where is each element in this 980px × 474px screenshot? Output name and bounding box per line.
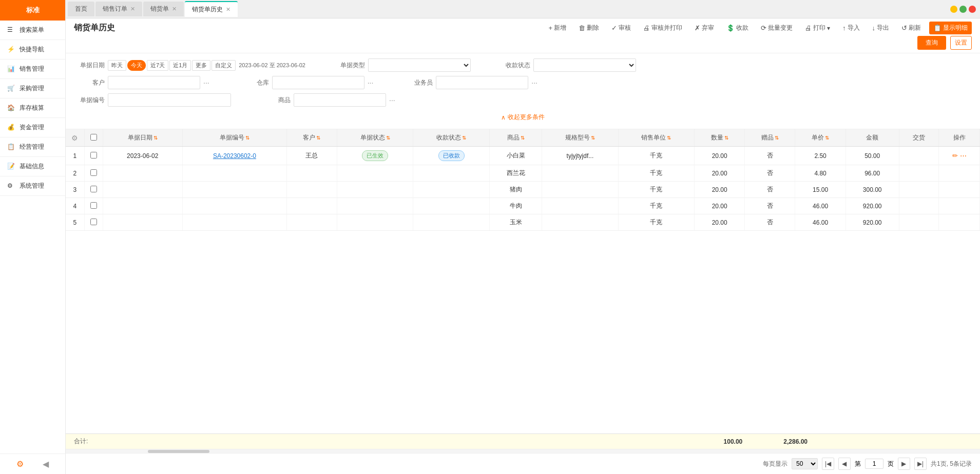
goods-picker-icon[interactable]: ··· — [389, 96, 395, 104]
th-collect-status[interactable]: 收款状态 ⇅ — [413, 129, 489, 147]
window-maximize[interactable] — [959, 6, 967, 13]
date-btn-yesterday[interactable]: 昨天 — [108, 60, 126, 71]
row-trade-5 — [899, 214, 938, 231]
tab-home[interactable]: 首页 — [68, 2, 94, 16]
date-btn-7days[interactable]: 近7天 — [147, 60, 168, 71]
tab-sales-order-close[interactable]: ✕ — [130, 6, 135, 12]
gift-sort-icon: ⇅ — [775, 135, 779, 141]
print-dropdown-icon: ▾ — [827, 25, 830, 32]
sidebar-item-sales-mgmt[interactable]: 📊 销售管理 — [0, 60, 65, 79]
sidebar-item-quick-nav[interactable]: ⚡ 快捷导航 — [0, 40, 65, 60]
sidebar-item-operations[interactable]: 📋 经营管理 — [0, 137, 65, 157]
select-all-checkbox[interactable] — [90, 134, 97, 141]
row-unit-4: 千克 — [618, 198, 694, 214]
refresh-button[interactable]: ↺ 刷新 — [897, 22, 925, 34]
sidebar-bottom: ⚙ ◀ — [0, 453, 65, 474]
warehouse-input[interactable] — [272, 76, 364, 89]
sidebar-item-finance[interactable]: 💰 资金管理 — [0, 118, 65, 137]
row-docnum-1[interactable]: SA-20230602-0 — [182, 147, 286, 165]
first-page-button[interactable]: |◀ — [822, 458, 834, 470]
audit-button[interactable]: ✓ 审核 — [607, 22, 635, 34]
doc-type-select[interactable] — [368, 58, 471, 72]
tab-sales-history[interactable]: 销货单历史 ✕ — [185, 1, 238, 17]
row-checkbox-4[interactable] — [84, 198, 103, 214]
row-2-checkbox[interactable] — [90, 169, 97, 176]
goods-input[interactable] — [294, 93, 386, 107]
th-sales-unit[interactable]: 销售单位 ⇅ — [618, 129, 694, 147]
th-doc-number[interactable]: 单据编号 ⇅ — [182, 129, 286, 147]
doc-number-input[interactable] — [108, 93, 231, 107]
row-checkbox-1[interactable] — [84, 147, 103, 165]
tab-sales-delivery-close[interactable]: ✕ — [172, 6, 177, 12]
batch-change-button[interactable]: ⟳ 批量变更 — [757, 22, 797, 34]
row-checkbox-3[interactable] — [84, 182, 103, 198]
tab-sales-history-close[interactable]: ✕ — [226, 6, 230, 13]
th-settings[interactable]: ⚙ — [66, 129, 84, 147]
date-btn-custom[interactable]: 自定义 — [212, 60, 236, 71]
show-detail-button[interactable]: 📋 显示明细 — [929, 22, 972, 34]
row-goods-5: 玉米 — [489, 214, 542, 231]
sidebar-item-base-info[interactable]: 📝 基础信息 — [0, 157, 65, 176]
doc-number-link-1[interactable]: SA-20230602-0 — [213, 152, 256, 160]
table-row: 2 西兰花 千克 20.00 否 4.80 96.00 — [66, 165, 980, 182]
window-minimize[interactable] — [950, 6, 957, 13]
collect-button[interactable]: 💲 收款 — [722, 22, 753, 34]
salesperson-input[interactable] — [436, 76, 528, 89]
edit-btn-1[interactable]: ✏ — [952, 152, 958, 160]
row-4-checkbox[interactable] — [90, 202, 97, 209]
tab-sales-delivery[interactable]: 销货单 ✕ — [143, 2, 184, 16]
row-price-3: 15.00 — [795, 182, 846, 198]
date-btn-more[interactable]: 更多 — [192, 60, 210, 71]
row-docstatus-1: 已生效 — [337, 147, 413, 165]
sidebar-item-sys-mgmt[interactable]: ⚙ 系统管理 — [0, 176, 65, 196]
last-page-button[interactable]: ▶| — [914, 458, 927, 470]
th-unit-price[interactable]: 单价 ⇅ — [795, 129, 846, 147]
th-spec[interactable]: 规格型号 ⇅ — [542, 129, 618, 147]
horizontal-scrollbar[interactable] — [66, 449, 980, 453]
row-checkbox-5[interactable] — [84, 214, 103, 231]
column-settings-icon[interactable]: ⚙ — [71, 134, 78, 142]
print-button[interactable]: 🖨 打印 ▾ — [801, 22, 834, 34]
export-button[interactable]: ↓ 导出 — [868, 22, 894, 34]
next-page-button[interactable]: ▶ — [898, 458, 910, 470]
warehouse-picker-icon[interactable]: ··· — [368, 78, 374, 87]
prev-page-button[interactable]: ◀ — [838, 458, 851, 470]
sidebar-item-purchase-mgmt[interactable]: 🛒 采购管理 — [0, 79, 65, 98]
sidebar-item-search-menu[interactable]: ☰ 搜索菜单 — [0, 21, 65, 40]
th-customer[interactable]: 客户 ⇅ — [286, 129, 337, 147]
collect-status-select[interactable] — [533, 58, 636, 72]
total-info: 共1页, 5条记录 — [931, 460, 972, 468]
export-label: 导出 — [877, 24, 889, 32]
date-btn-today[interactable]: 今天 — [127, 60, 146, 71]
audit-print-button[interactable]: 🖨 审核并打印 — [639, 22, 686, 34]
page-number-input[interactable] — [865, 459, 883, 469]
collapse-button[interactable]: ∧ 收起更多条件 — [74, 111, 972, 124]
th-doc-date[interactable]: 单据日期 ⇅ — [103, 129, 182, 147]
doc-type-label: 单据类型 — [334, 61, 365, 70]
sidebar-settings-icon[interactable]: ⚙ — [16, 459, 24, 469]
new-button[interactable]: + 新增 — [544, 22, 570, 34]
tab-sales-order[interactable]: 销售订单 ✕ — [95, 2, 142, 16]
import-button[interactable]: ↑ 导入 — [838, 22, 864, 34]
settings-button[interactable]: 设置 — [950, 36, 972, 50]
customer-input[interactable] — [108, 76, 200, 89]
page-size-select[interactable]: 20 50 100 — [792, 458, 818, 469]
date-btn-1month[interactable]: 近1月 — [169, 60, 191, 71]
row-3-checkbox[interactable] — [90, 186, 97, 192]
delete-button[interactable]: 🗑 删除 — [574, 22, 603, 34]
query-button[interactable]: 查询 — [917, 36, 946, 50]
more-btn-1[interactable]: ⋯ — [960, 152, 967, 160]
sidebar-collapse-icon[interactable]: ◀ — [43, 459, 49, 469]
th-doc-status[interactable]: 单据状态 ⇅ — [337, 129, 413, 147]
salesperson-picker-icon[interactable]: ··· — [531, 78, 537, 87]
customer-picker-icon[interactable]: ··· — [203, 78, 209, 87]
window-close[interactable] — [969, 6, 976, 13]
row-checkbox-2[interactable] — [84, 165, 103, 182]
th-qty[interactable]: 数量 ⇅ — [695, 129, 745, 147]
row-5-checkbox[interactable] — [90, 219, 97, 225]
th-goods[interactable]: 商品 ⇅ — [489, 129, 542, 147]
sidebar-item-inventory[interactable]: 🏠 库存核算 — [0, 98, 65, 118]
abandon-button[interactable]: ✗ 弃审 — [690, 22, 718, 34]
row-1-checkbox[interactable] — [90, 152, 97, 159]
th-gift[interactable]: 赠品 ⇅ — [745, 129, 795, 147]
